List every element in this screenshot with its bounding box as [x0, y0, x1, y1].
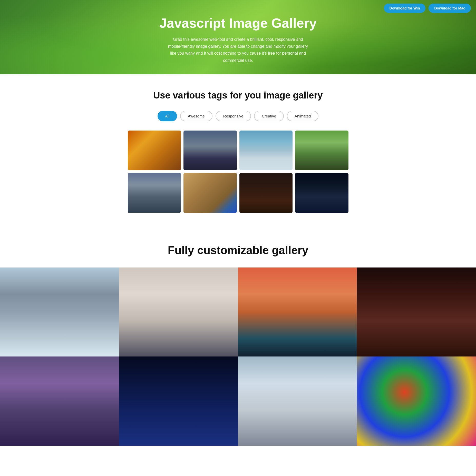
- mosaic-item-3[interactable]: [238, 267, 357, 357]
- gallery-item-6[interactable]: [183, 173, 237, 213]
- mosaic-item-2[interactable]: [119, 267, 238, 357]
- page-header: Download for Win Download for Mac Javasc…: [0, 0, 476, 74]
- gallery-item-8[interactable]: [295, 173, 348, 213]
- page-title: Javascript Image Gallery: [159, 15, 317, 31]
- download-mac-button[interactable]: Download for Mac: [429, 4, 471, 13]
- filter-awesome[interactable]: Awesome: [180, 111, 212, 121]
- download-win-button[interactable]: Download for Win: [384, 4, 426, 13]
- mosaic-item-5[interactable]: [0, 356, 119, 446]
- custom-section: Fully customizable gallery: [0, 233, 476, 446]
- filter-animated[interactable]: Animated: [287, 111, 318, 121]
- filter-all[interactable]: All: [158, 111, 177, 121]
- filter-responsive[interactable]: Responsive: [216, 111, 251, 121]
- gallery-item-4[interactable]: [295, 131, 348, 171]
- gallery-item-5[interactable]: [128, 173, 181, 213]
- header-description: Grab this awesome web-tool and create a …: [166, 36, 310, 64]
- filter-buttons: All Awesome Responsive Creative Animated: [5, 111, 471, 121]
- filter-creative[interactable]: Creative: [254, 111, 284, 121]
- gallery-item-7[interactable]: [239, 173, 293, 213]
- image-grid: [123, 131, 354, 213]
- custom-title: Fully customizable gallery: [0, 233, 476, 267]
- tags-section: Use various tags for you image gallery A…: [0, 74, 476, 233]
- tags-title: Use various tags for you image gallery: [5, 90, 471, 102]
- gallery-item-3[interactable]: [239, 131, 293, 171]
- mosaic-item-1[interactable]: [0, 267, 119, 357]
- header-buttons: Download for Win Download for Mac: [384, 4, 471, 13]
- mosaic-grid: [0, 267, 476, 446]
- mosaic-item-4[interactable]: [357, 267, 476, 357]
- gallery-item-2[interactable]: [183, 131, 237, 171]
- mosaic-item-6[interactable]: [119, 356, 238, 446]
- gallery-item-1[interactable]: [128, 131, 181, 171]
- mosaic-item-8[interactable]: [357, 356, 476, 446]
- mosaic-item-7[interactable]: [238, 356, 357, 446]
